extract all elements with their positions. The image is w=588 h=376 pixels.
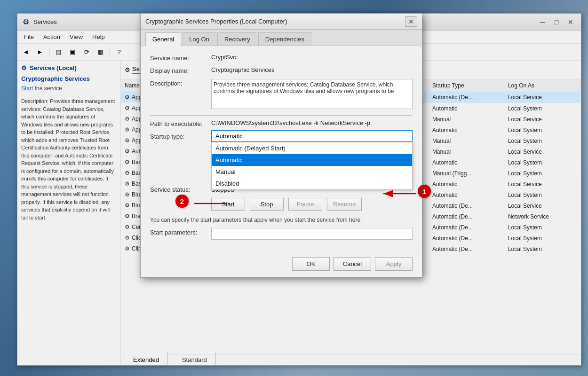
row-logon: Local System bbox=[504, 189, 580, 200]
startup-type-row: Startup type: Automatic (Delayed Start) … bbox=[150, 130, 413, 142]
dialog-tab-logon[interactable]: Log On bbox=[182, 32, 216, 46]
row-icon: ⚙ bbox=[125, 116, 130, 122]
dialog-tab-general[interactable]: General bbox=[145, 32, 181, 46]
toolbar-help-button[interactable]: ? bbox=[112, 46, 126, 58]
display-name-value: Cryptographic Services bbox=[211, 66, 413, 73]
row-icon: ⚙ bbox=[125, 235, 130, 241]
start-params-input[interactable] bbox=[211, 228, 413, 240]
row-icon: ⚙ bbox=[125, 137, 130, 144]
row-icon: ⚙ bbox=[125, 126, 130, 133]
service-status-label: Service status: bbox=[150, 186, 211, 193]
row-icon: ⚙ bbox=[125, 224, 130, 230]
row-startup: Automatic (De... bbox=[428, 200, 504, 211]
row-startup: Automatic bbox=[428, 125, 504, 135]
service-name-row: Service name: CryptSvc bbox=[150, 54, 413, 62]
tab-standard[interactable]: Standard bbox=[174, 352, 216, 365]
row-logon: Local System bbox=[504, 157, 580, 168]
left-panel-content: Start the service bbox=[21, 85, 117, 92]
left-panel-icon: ⚙ bbox=[21, 64, 27, 71]
startup-dropdown-menu: Automatic (Delayed Start) Automatic Manu… bbox=[211, 142, 413, 190]
row-icon: ⚙ bbox=[125, 159, 130, 165]
startup-type-select-container: Automatic (Delayed Start) Automatic Manu… bbox=[211, 130, 413, 142]
stop-service-button[interactable]: Stop bbox=[250, 198, 284, 211]
form-divider-1 bbox=[150, 115, 413, 116]
toolbar-btn-2[interactable]: ▣ bbox=[66, 46, 79, 58]
row-logon: Local Service bbox=[504, 146, 580, 157]
row-icon: ⚙ bbox=[125, 213, 130, 219]
row-logon: Local System bbox=[504, 135, 580, 146]
row-icon: ⚙ bbox=[125, 180, 130, 187]
row-startup: Automatic bbox=[428, 189, 504, 200]
menu-view[interactable]: View bbox=[65, 31, 87, 42]
path-row: Path to executable: C:\WINDOWS\system32\… bbox=[150, 119, 413, 127]
row-icon: ⚙ bbox=[125, 148, 130, 155]
status-bar: Extended Standard bbox=[121, 354, 581, 365]
minimize-button[interactable]: ─ bbox=[536, 16, 549, 28]
row-icon: ⚙ bbox=[125, 170, 130, 176]
left-panel-service-name: Cryptographic Services bbox=[21, 75, 117, 82]
path-value: C:\WINDOWS\system32\svchost.exe -k Netwo… bbox=[211, 119, 413, 126]
forward-button[interactable]: ► bbox=[33, 46, 47, 58]
maximize-button[interactable]: □ bbox=[550, 16, 563, 28]
dropdown-item-manual[interactable]: Manual bbox=[212, 166, 412, 178]
cancel-button[interactable]: Cancel bbox=[334, 257, 371, 271]
annotation-circle-2: 2 bbox=[175, 195, 189, 208]
startup-type-select[interactable]: Automatic (Delayed Start) Automatic Manu… bbox=[211, 130, 413, 142]
description-textarea[interactable] bbox=[211, 79, 413, 109]
row-startup: Manual bbox=[428, 135, 504, 146]
close-button[interactable]: ✕ bbox=[564, 16, 577, 28]
left-panel-title-text: Services (Local) bbox=[30, 64, 77, 71]
row-logon: Local System bbox=[504, 125, 580, 135]
col-logon[interactable]: Log On As bbox=[504, 79, 580, 92]
annotation-circle-1: 1 bbox=[418, 185, 431, 198]
resume-service-button[interactable]: Resume bbox=[327, 198, 362, 211]
start-service-button[interactable]: Start bbox=[211, 198, 245, 211]
row-logon: Local System bbox=[504, 168, 580, 179]
row-logon: Local System bbox=[504, 243, 580, 254]
toolbar-btn-3[interactable]: ⟳ bbox=[80, 46, 93, 58]
start-link[interactable]: Start bbox=[21, 85, 33, 92]
pause-service-button[interactable]: Pause bbox=[288, 198, 322, 211]
tab-extended[interactable]: Extended bbox=[125, 352, 168, 365]
start-params-row: Start parameters: bbox=[150, 228, 413, 240]
ok-button[interactable]: OK bbox=[292, 257, 330, 271]
display-name-label: Display name: bbox=[150, 66, 211, 74]
dialog-footer: OK Cancel Apply bbox=[141, 252, 422, 277]
dialog-tab-recovery[interactable]: Recovery bbox=[217, 32, 257, 46]
back-button[interactable]: ◄ bbox=[19, 46, 32, 58]
toolbar-separator-1 bbox=[49, 47, 49, 57]
description-container bbox=[211, 79, 413, 110]
menu-file[interactable]: File bbox=[19, 31, 39, 42]
row-logon: Local Service bbox=[504, 200, 580, 211]
services-titlebar-icon: ⚙ bbox=[21, 17, 31, 27]
dropdown-item-automatic[interactable]: Automatic bbox=[212, 154, 412, 166]
description-row: Description: bbox=[150, 79, 413, 110]
menu-action[interactable]: Action bbox=[39, 31, 65, 42]
row-startup: Automatic bbox=[428, 157, 504, 168]
properties-dialog: Cryptographic Services Properties (Local… bbox=[140, 13, 422, 278]
dialog-tab-dependencies[interactable]: Dependencies bbox=[258, 32, 311, 46]
row-startup: Manual bbox=[428, 146, 504, 157]
left-panel-header: ⚙ Services (Local) bbox=[21, 64, 117, 71]
left-panel-description: Description: Provides three management s… bbox=[21, 97, 117, 221]
col-startup[interactable]: Startup Type bbox=[428, 79, 504, 92]
dropdown-item-disabled[interactable]: Disabled bbox=[212, 178, 412, 189]
dropdown-item-auto-delayed[interactable]: Automatic (Delayed Start) bbox=[212, 142, 412, 154]
row-icon: ⚙ bbox=[125, 191, 130, 198]
row-icon: ⚙ bbox=[125, 105, 130, 111]
menu-help[interactable]: Help bbox=[87, 31, 110, 42]
row-startup: Automatic (De... bbox=[428, 211, 504, 222]
toolbar-btn-1[interactable]: ▤ bbox=[52, 46, 65, 58]
left-panel-text: the service bbox=[35, 85, 62, 92]
toolbar-btn-4[interactable]: ▦ bbox=[94, 46, 107, 58]
row-logon: Local System bbox=[504, 222, 580, 233]
row-icon: ⚙ bbox=[125, 202, 130, 209]
row-startup: Automatic bbox=[428, 179, 504, 189]
row-startup: Manual bbox=[428, 114, 504, 125]
description-label: Description: bbox=[150, 79, 211, 87]
dialog-close-button[interactable]: ✕ bbox=[405, 16, 417, 27]
apply-button[interactable]: Apply bbox=[375, 257, 413, 271]
row-logon: Local System bbox=[504, 233, 580, 243]
start-params-label: Start parameters: bbox=[150, 228, 211, 236]
dialog-tabs: General Log On Recovery Dependencies bbox=[141, 30, 422, 46]
